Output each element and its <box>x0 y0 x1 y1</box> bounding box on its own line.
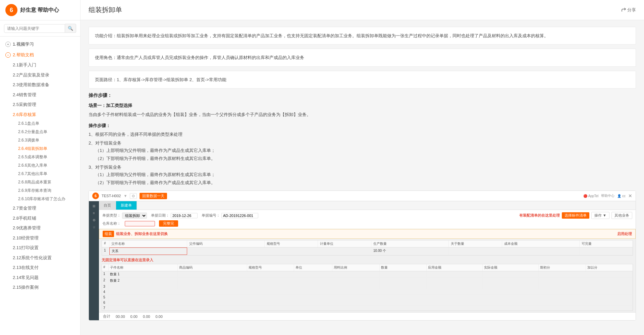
screenshot-container: 6 TEST-H002 ▼ ⊙ 固重数据一天 🔴 AppTel 帮助中心 👤 c… <box>89 190 636 321</box>
operations-section: 操作步骤： 场景一：加工类型选择 当由多个子件材料组装成一个成品的业务为【组装】… <box>89 93 636 186</box>
action-btn-3[interactable]: 其他业务 <box>611 212 632 219</box>
sidebar-item-other-out[interactable]: 2.6.7其他出库单 <box>18 170 80 178</box>
sidebar-item-beginner[interactable]: 2.1新手入门 <box>13 60 80 70</box>
order-label: 单据编号： <box>202 213 220 218</box>
role-desc-block: 使用角色：通常由生产人员或库管人员完成拆装业务的操作，库管人员确认原材料的出库和… <box>89 49 636 66</box>
sidebar-item-cost-adjust[interactable]: 2.6.5成本调整单 <box>18 153 80 161</box>
lt-r1-qty <box>380 271 427 277</box>
path-desc-block: 页面路径：1、库存核算->库存管理->组装拆卸单 2、首页->常用功能 <box>89 71 636 89</box>
sidebar-item-online-pay[interactable]: 2.13在线支付 <box>13 263 80 273</box>
row1-prod-qty: 10.00 个 <box>371 247 449 255</box>
sidebar-item-partial-stocktake[interactable]: 2.6.2分量盘点单 <box>18 128 80 136</box>
topbar-user: 👤 cc <box>617 194 626 198</box>
confirm-button[interactable]: 完整完 <box>159 220 178 227</box>
type-select[interactable]: 组装拆卸 <box>122 213 147 219</box>
topbar-apptel: 🔴 AppTel <box>583 194 598 198</box>
sidebar-item-inventory[interactable]: 2.6库存核算 <box>13 110 80 120</box>
step-2: 2、对于组装业务 （1）上部明细为父件明细，最终作为产成品生成其它入库单； （2… <box>89 139 636 162</box>
topbar-help: 帮助中心 <box>601 193 614 198</box>
sidebar-item-ledger-error[interactable]: 2.6.10库存账本错了怎么办 <box>18 195 80 203</box>
type-switch-area: 组装 组装业务、拆卸业务在这里切换 启用处理 <box>99 229 636 239</box>
disassembly-step-1: （1）上部明细为父件明细，最终作为原材料生成其它出库单； <box>95 171 636 178</box>
lt-r2-idx: 2 <box>102 278 109 284</box>
lt-col-begin: 期初分 <box>539 264 586 271</box>
sidebar-item-cost-recalc[interactable]: 2.6.8商品成本重算 <box>18 178 80 186</box>
sidebar-item-sales[interactable]: 2.4销售管理 <box>13 90 80 100</box>
assembly-toggle[interactable]: 组装 <box>103 231 114 237</box>
icon-settings: ⚙ <box>93 217 96 223</box>
select-bom-button[interactable]: 选择标件清单 <box>562 212 589 219</box>
sidebar-item-stock-ledger[interactable]: 2.6.9库存账本查询 <box>18 186 80 195</box>
row1-avail <box>580 247 633 255</box>
footer-total-label: 合计 <box>103 314 110 319</box>
lt-row-1: 1 数量 1 <box>102 271 633 278</box>
sidebar-item-customization[interactable]: 2.12系统个性化设置 <box>13 253 80 263</box>
main-content-area: 组装拆卸单 分享 功能介绍：组装拆卸单用来处理企业组装或拆卸等加工业务，支持有固… <box>80 0 644 335</box>
mock-screenshot: 6 TEST-H002 ▼ ⊙ 固重数据一天 🔴 AppTel 帮助中心 👤 c… <box>89 191 636 320</box>
scenario-title: 场景一：加工类型选择 <box>89 103 636 109</box>
sidebar-item-coupon[interactable]: 2.9优惠券管理 <box>13 223 80 233</box>
lt-col-code: 商品编码 <box>178 264 247 271</box>
role-desc-text: 使用角色：通常由生产人员或库管人员完成拆装业务的操作，库管人员确认原材料的出库和… <box>95 55 304 60</box>
col-avail: 可完量 <box>580 240 633 247</box>
sidebar-item-install[interactable]: 2.2产品安装及登录 <box>13 70 80 80</box>
warehouse-label: 仓库名称： <box>102 221 121 226</box>
row1-code <box>187 247 265 255</box>
order-input[interactable] <box>221 213 258 218</box>
function-desc-block: 功能介绍：组装拆卸单用来处理企业组装或拆卸等加工业务，支持有固定装配清单的产品加… <box>89 27 636 45</box>
sidebar-item-purchase[interactable]: 2.5采购管理 <box>13 100 80 110</box>
lt-col-name: 子件名称 <box>109 264 178 271</box>
lt-col-add: 加以分 <box>586 264 633 271</box>
row1-name[interactable]: 关系 <box>109 247 187 255</box>
icon-home: ⊞ <box>93 203 95 209</box>
sidebar-item-print[interactable]: 2.11打印设置 <box>13 243 80 253</box>
topbar-status: ⊙ <box>130 193 137 199</box>
search-button[interactable]: 🔍 <box>65 24 76 33</box>
sidebar-item-transfer[interactable]: 2.6.3调拨单 <box>18 136 80 145</box>
sidebar-item-mobile[interactable]: 2.8手机旺铺 <box>13 213 80 223</box>
step-3: 3、对于拆装业务 （1）上部明细为父件明细，最终作为原材料生成其它出库单； （2… <box>89 164 636 186</box>
sidebar-item-assembly[interactable]: 2.6.4组装拆卸单 <box>18 145 80 153</box>
search-input[interactable] <box>4 24 65 33</box>
topbar-right: 🔴 AppTel 帮助中心 👤 cc ✕ <box>583 193 632 199</box>
lower-annotation: 无固定清单可以直接在这里录入 <box>99 257 636 263</box>
tab-new[interactable]: 新建单 <box>116 201 137 210</box>
nav-sub-items-docs: 2.1新手入门 2.2产品安装及登录 2.3使用前数据准备 2.4销售管理 2.… <box>0 60 80 292</box>
date-input[interactable] <box>171 213 198 218</box>
lt-row-6: 6 <box>102 300 633 305</box>
sidebar-item-case[interactable]: 2.15操作案例 <box>13 282 80 292</box>
step-list: 1、根据不同的业务，选择不同单据的类型来处理 2、对于组装业务 （1）上部明细为… <box>89 131 636 187</box>
sidebar-item-video[interactable]: + 1.视频学习 <box>0 39 80 49</box>
type-switch-annotation: 组装业务、拆卸业务在这里切换 <box>116 231 168 236</box>
minus-icon: − <box>5 52 11 58</box>
sidebar: 6 好生意 帮助中心 🔍 + 1.视频学习 − 2.帮助文档 2.1新手入门 2… <box>0 0 80 335</box>
screenshot-body: ⊞ ≡ ⚙ ☆ 自页 新建单 <box>89 201 636 320</box>
sidebar-item-other-in[interactable]: 2.6.6其他入库单 <box>18 161 80 170</box>
type-label: 单据类型： <box>102 213 121 218</box>
row1-spec <box>265 247 318 255</box>
screenshot-footer: 合计 00.00 0.00 0.00 0.00 <box>99 312 636 320</box>
tab-home[interactable]: 自页 <box>99 201 116 210</box>
close-icon[interactable]: ✕ <box>628 193 632 199</box>
sidebar-item-ops[interactable]: 2.10经营管理 <box>13 233 80 243</box>
form-right-actions: 有装配清单的在这里处理 选择标件清单 操作 ▼ 其他业务 <box>262 212 632 219</box>
lt-r1-apply <box>427 271 483 277</box>
sidebar-item-docs[interactable]: − 2.帮助文档 <box>0 50 80 60</box>
lt-row-3: 3 <box>102 284 633 289</box>
topbar-separator: ▼ <box>123 194 127 198</box>
lt-col-apply-amt: 应用金额 <box>427 264 483 271</box>
screenshot-tabs: 自页 新建单 <box>99 201 636 210</box>
sidebar-item-stocktake[interactable]: 2.6.1盘点单 <box>18 119 80 128</box>
sidebar-item-data-prep[interactable]: 2.3使用前数据准备 <box>13 80 80 90</box>
action-btn-2[interactable]: 操作 ▼ <box>591 212 609 219</box>
lt-row-2: 2 数量 2 <box>102 278 633 284</box>
sidebar-item-finance[interactable]: 2.7资金管理 <box>13 203 80 213</box>
lt-r1-begin <box>539 271 586 277</box>
enable-annotation: 启用处理 <box>617 231 632 236</box>
footer-val1: 00.00 <box>116 315 125 319</box>
screenshot-main: 自页 新建单 单据类型： 组装拆卸 <box>99 201 636 320</box>
share-button[interactable]: 分享 <box>621 7 636 13</box>
nav-section-docs: − 2.帮助文档 2.1新手入门 2.2产品安装及登录 2.3使用前数据准备 2… <box>0 50 80 292</box>
sidebar-item-faq[interactable]: 2.14常见问题 <box>13 273 80 283</box>
warehouse-input[interactable] <box>125 221 155 226</box>
